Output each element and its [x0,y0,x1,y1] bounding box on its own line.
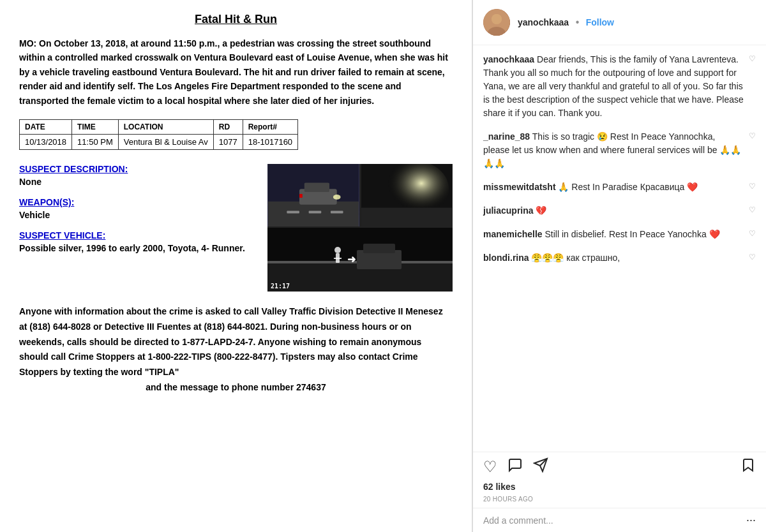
follow-button[interactable]: Follow [586,17,614,27]
comment-4-body: manemichelle Still in disbelief. Rest In… [483,228,744,241]
comment-2-body: missmewitdatsht 🙏 Rest In Paradise Краса… [483,181,744,194]
ig-add-comment: ··· [473,508,766,532]
suspect-description-label: SUSPECT DESCRIPTION: [19,164,255,174]
table-row: 10/13/2018 11:50 PM Ventura Bl & Louise … [20,134,298,149]
main-comment-user: yanochkaaa [483,54,534,64]
suspect-vehicle-value: Possible silver, 1996 to early 2000, Toy… [19,243,255,253]
add-comment-input[interactable] [483,515,741,526]
comment-4-user: manemichelle [483,229,543,239]
heart-icon-5[interactable]: ♡ [749,253,756,262]
svg-text:➜: ➜ [347,254,356,265]
cell-location: Ventura Bl & Louise Av [118,134,213,149]
main-comment-body: yanochkaaa Dear friends, This is the fam… [483,53,744,120]
share-icon[interactable] [533,457,548,477]
comment-1: _narine_88 This is so tragic 😢 Rest In P… [483,130,756,170]
comment-2-text: 🙏 Rest In Paradise Красавица ❤️ [558,182,698,192]
svg-text:21:17: 21:17 [271,283,290,290]
video-grid: ➜ 21:17 [267,164,453,292]
comment-1-user: _narine_88 [483,131,530,142]
svg-rect-6 [304,182,329,192]
ig-username-area: yanochkaaa • Follow [518,17,614,28]
incident-table: DATE TIME LOCATION RD Report# 10/13/2018… [19,119,298,150]
page-title: Fatal Hit & Run [19,13,453,26]
ig-header: yanochkaaa • Follow [473,0,766,45]
video-cell-top-left [267,164,359,226]
bookmark-icon[interactable] [740,457,756,477]
text-block: SUSPECT DESCRIPTION: None WEAPON(S): Veh… [19,164,255,292]
ig-likes: 62 likes [473,482,766,494]
comment-3-user: juliacuprina [483,205,534,216]
svg-point-7 [333,195,341,200]
col-rd: RD [213,119,243,134]
cell-date: 10/13/2018 [20,134,72,149]
col-time: TIME [72,119,119,134]
comment-3: juliacuprina 💔 ♡ [483,204,756,218]
main-comment: yanochkaaa Dear friends, This is the fam… [483,53,756,120]
comment-5-user: blondi.rina [483,253,529,263]
cell-report: 18-1017160 [243,134,297,149]
weapons-label: WEAPON(S): [19,197,255,207]
video-cell-top-right [361,164,453,226]
comment-1-body: _narine_88 This is so tragic 😢 Rest In P… [483,130,744,170]
comment-5-text: 😤😤😤 как страшно, [531,253,620,263]
more-options-icon[interactable]: ··· [746,514,756,527]
contact-text: Anyone with information about the crime … [19,304,453,395]
heart-icon-1[interactable]: ♡ [749,131,756,140]
heart-icon-2[interactable]: ♡ [749,182,756,191]
svg-point-25 [492,14,502,24]
mo-description: MO: On October 13, 2018, at around 11:50… [19,36,453,108]
suspect-vehicle-label: SUSPECT VEHICLE: [19,230,255,240]
ig-username: yanochkaaa [518,17,569,27]
comment-5: blondi.rina 😤😤😤 как страшно, ♡ [483,251,756,265]
like-icon[interactable]: ♡ [483,458,497,476]
right-panel: yanochkaaa • Follow yanochkaaa Dear frie… [472,0,766,532]
col-date: DATE [20,119,72,134]
comment-icon[interactable] [507,457,523,477]
svg-rect-3 [309,211,322,213]
svg-rect-18 [363,244,395,253]
svg-rect-8 [299,194,303,198]
ig-comments: yanochkaaa Dear friends, This is the fam… [473,45,766,452]
svg-point-19 [334,247,341,253]
ig-dot: • [576,17,580,27]
cell-time: 11:50 PM [72,134,119,149]
ig-timestamp: 20 HOURS AGO [473,494,766,508]
weapons-value: Vehicle [19,210,255,220]
svg-rect-11 [361,208,452,226]
comment-5-body: blondi.rina 😤😤😤 как страшно, [483,251,744,265]
cell-rd: 1077 [213,134,243,149]
avatar [483,9,510,36]
content-block: SUSPECT DESCRIPTION: None WEAPON(S): Veh… [19,164,453,292]
col-report: Report# [243,119,297,134]
svg-rect-1 [268,202,359,226]
heart-icon-3[interactable]: ♡ [749,205,756,214]
heart-icon-main[interactable]: ♡ [749,54,756,63]
comment-4: manemichelle Still in disbelief. Rest In… [483,228,756,241]
heart-icon-4[interactable]: ♡ [749,229,756,238]
comment-2: missmewitdatsht 🙏 Rest In Paradise Краса… [483,181,756,194]
left-panel: Fatal Hit & Run MO: On October 13, 2018,… [0,0,472,532]
ig-actions: ♡ [473,452,766,482]
video-cell-bottom: ➜ 21:17 [267,228,453,292]
comment-4-text: Still in disbelief. Rest In Peace Yanoch… [545,229,720,239]
comment-3-text: 💔 [536,205,546,216]
comment-3-body: juliacuprina 💔 [483,204,744,218]
svg-rect-2 [287,211,299,213]
col-location: LOCATION [118,119,213,134]
svg-rect-4 [331,211,343,213]
comment-2-user: missmewitdatsht [483,182,556,192]
suspect-description-value: None [19,177,255,187]
